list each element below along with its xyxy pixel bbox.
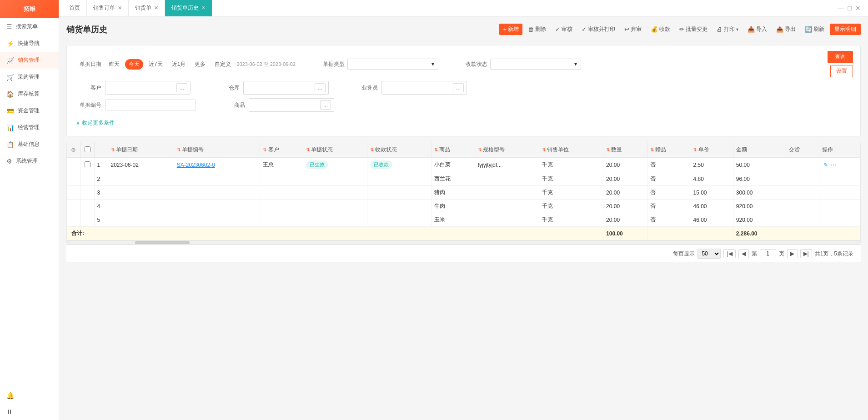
col-unit-price[interactable]: ⇅ 单价 — [690, 142, 733, 158]
sidebar-bottom-item1[interactable]: 🔔 — [0, 387, 59, 404]
date-btn-month1[interactable]: 近1月 — [168, 59, 190, 70]
sidebar-item-sales-mgmt[interactable]: 📈 销售管理 — [0, 52, 59, 69]
col-customer[interactable]: ⇅ 客户 — [260, 142, 303, 158]
import-button[interactable]: 📥 导入 — [744, 24, 771, 35]
collect-button[interactable]: 💰 收款 — [647, 24, 674, 35]
date-btn-week7[interactable]: 近7天 — [145, 59, 166, 70]
warehouse-field[interactable] — [246, 85, 315, 91]
salesperson-ellipsis[interactable]: ... — [453, 83, 464, 92]
col-gift[interactable]: ⇅ 赠品 — [647, 142, 690, 158]
delete-button[interactable]: 🗑 删除 — [524, 24, 550, 35]
review-print-button[interactable]: ✓ 审核并打印 — [578, 24, 619, 35]
sidebar-item-label: 库存核算 — [18, 90, 40, 98]
sidebar-item-purchase-mgmt[interactable]: 🛒 采购管理 — [0, 69, 59, 85]
tab-sales-order-label: 销售订单 — [93, 4, 115, 12]
settings-button[interactable]: 设置 — [830, 65, 853, 77]
more-action-btn[interactable]: ⋯ — [829, 162, 838, 168]
row-number: 1 — [94, 158, 108, 172]
sidebar-item-sys-mgmt[interactable]: ⚙ 系统管理 — [0, 153, 59, 170]
date-btn-custom[interactable]: 自定义 — [211, 59, 235, 70]
display-button[interactable]: 显示明细 — [830, 24, 861, 35]
date-btn-yesterday[interactable]: 昨天 — [105, 59, 123, 70]
collect-status-select[interactable]: ▾ — [490, 59, 581, 70]
new-button[interactable]: + 新增 — [499, 24, 522, 35]
refresh-button[interactable]: 🔄 刷新 — [801, 24, 828, 35]
tab-sales-history-close[interactable]: ✕ — [201, 5, 206, 11]
sidebar-item-ops-mgmt[interactable]: 📊 经营管理 — [0, 119, 59, 136]
export-button[interactable]: 📤 导出 — [773, 24, 799, 35]
row-checkbox[interactable] — [85, 161, 90, 167]
batch-change-button[interactable]: ✏ 批量变更 — [676, 24, 711, 35]
next-page-button[interactable]: ▶ — [787, 249, 798, 258]
sidebar-item-search-menu[interactable]: ☰ 搜索菜单 — [0, 18, 59, 35]
print-button[interactable]: 🖨 打印 ▾ — [713, 24, 742, 35]
query-button[interactable]: 查询 — [828, 51, 853, 63]
sidebar-item-fund-mgmt[interactable]: 💳 资金管理 — [0, 102, 59, 119]
doc-type-select[interactable]: ▾ — [347, 59, 438, 70]
col-quantity[interactable]: ⇅ 数量 — [603, 142, 647, 158]
row-amount: 50.00 — [733, 158, 786, 172]
table-row: 4 牛肉 千克 20.00 否 46.00 920.00 — [67, 200, 860, 213]
col-settings[interactable]: ⚙ — [67, 142, 80, 158]
sidebar-item-label: 快捷导航 — [18, 40, 40, 47]
customer-field[interactable] — [108, 85, 176, 91]
bottom1-icon: 🔔 — [6, 392, 14, 399]
tab-sales-history[interactable]: 销货单历史 ✕ — [165, 0, 212, 16]
sidebar-item-label: 经营管理 — [18, 124, 40, 131]
col-doc-status[interactable]: ⇅ 单据状态 — [303, 142, 367, 158]
row-gift: 否 — [647, 172, 690, 186]
minimize-btn[interactable]: — — [838, 5, 844, 12]
tab-sales-goods-close[interactable]: ✕ — [154, 5, 158, 11]
scrollbar-thumb[interactable] — [135, 241, 190, 245]
customer-input[interactable]: ... — [105, 81, 191, 95]
doc-no-input[interactable] — [105, 100, 196, 110]
col-checkbox — [80, 142, 94, 158]
row-quantity: 20.00 — [603, 213, 647, 227]
collect-status-label: 收款状态 — [460, 60, 487, 68]
warehouse-input[interactable]: ... — [243, 81, 329, 95]
salesperson-input[interactable]: ... — [381, 81, 467, 95]
prev-page-button[interactable]: ◀ — [738, 249, 749, 258]
goods-field[interactable] — [252, 102, 320, 108]
tab-sales-order-close[interactable]: ✕ — [118, 5, 122, 11]
row-gift: 否 — [647, 213, 690, 227]
edit-action-btn[interactable]: ✎ — [822, 162, 829, 168]
col-spec[interactable]: ⇅ 规格型号 — [475, 142, 539, 158]
maximize-btn[interactable]: □ — [848, 5, 852, 12]
date-btn-more[interactable]: 更多 — [191, 59, 209, 70]
tab-sales-order[interactable]: 销售订单 ✕ — [87, 0, 129, 16]
horizontal-scrollbar[interactable] — [67, 240, 860, 244]
tab-home[interactable]: 首页 — [63, 0, 87, 16]
tab-sales-goods[interactable]: 销货单 ✕ — [129, 0, 165, 16]
goods-ellipsis[interactable]: ... — [320, 100, 331, 110]
select-all-checkbox[interactable] — [85, 146, 90, 152]
row-number: 2 — [94, 172, 108, 186]
sidebar-item-basic-info[interactable]: 📋 基础信息 — [0, 136, 59, 153]
warehouse-ellipsis[interactable]: ... — [315, 83, 326, 92]
warehouse-label: 仓库 — [212, 84, 240, 92]
date-btn-today[interactable]: 今天 — [125, 59, 143, 70]
collect-status-badge: 已收款 — [370, 160, 392, 169]
last-page-button[interactable]: ▶| — [800, 249, 812, 258]
sidebar-item-quick-nav[interactable]: ⚡ 快捷导航 — [0, 35, 59, 52]
review-button[interactable]: ✓ 审核 — [552, 24, 576, 35]
close-btn[interactable]: ✕ — [855, 5, 861, 12]
collapse-button[interactable]: ∧ 收起更多条件 — [76, 119, 851, 127]
row-checkbox-cell — [80, 186, 94, 200]
salesperson-field[interactable] — [385, 85, 453, 91]
per-page-select[interactable]: 10 20 50 100 — [697, 249, 721, 259]
col-collect-status[interactable]: ⇅ 收款状态 — [367, 142, 431, 158]
first-page-button[interactable]: |◀ — [723, 249, 735, 258]
abandon-button[interactable]: ↩ 弃审 — [621, 24, 645, 35]
col-sales-unit[interactable]: ⇅ 销售单位 — [539, 142, 603, 158]
page-number-input[interactable] — [760, 249, 776, 258]
customer-ellipsis[interactable]: ... — [176, 83, 187, 92]
sidebar-bottom-item2[interactable]: ⏸ — [0, 404, 59, 420]
col-doc-date[interactable]: ⇅ 单据日期 — [108, 142, 174, 158]
col-doc-no[interactable]: ⇅ 单据编号 — [174, 142, 260, 158]
doc-no-link[interactable]: SA-20230602-0 — [177, 162, 215, 168]
goods-input[interactable]: ... — [249, 98, 334, 112]
col-goods[interactable]: ⇅ 商品 — [431, 142, 475, 158]
batch-change-icon: ✏ — [679, 26, 684, 33]
sidebar-item-inventory-calc[interactable]: 🏠 库存核算 — [0, 85, 59, 102]
